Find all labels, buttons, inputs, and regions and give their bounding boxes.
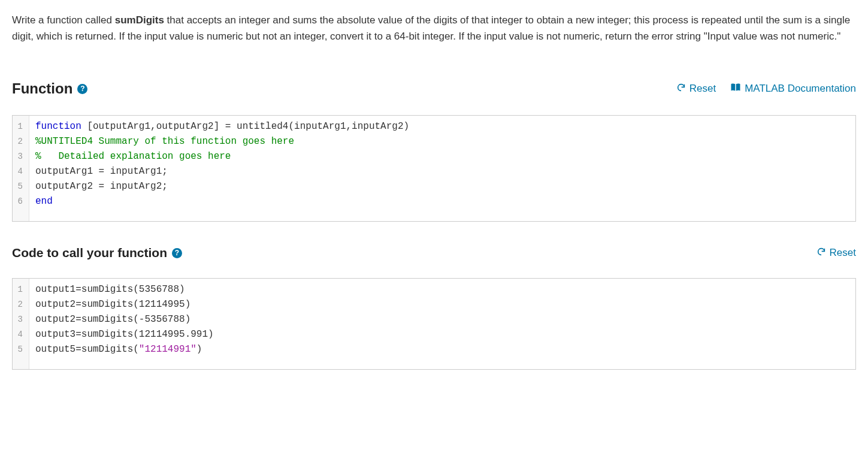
code-line: % Detailed explanation goes here bbox=[35, 149, 849, 164]
code-line: function [outputArg1,outputArg2] = untit… bbox=[35, 119, 849, 134]
call-code-editor[interactable]: 12345 output1=sumDigits(5356788)output2=… bbox=[12, 278, 856, 370]
code-line: outputArg2 = inputArg2; bbox=[35, 179, 849, 194]
call-gutter: 12345 bbox=[13, 279, 29, 369]
code-line: output3=sumDigits(12114995.991) bbox=[35, 327, 849, 342]
line-number: 2 bbox=[17, 134, 25, 149]
problem-fn-name: sumDigits bbox=[115, 14, 164, 26]
code-token: output3=sumDigits(12114995.991) bbox=[35, 329, 214, 340]
function-gutter: 123456 bbox=[13, 116, 29, 221]
line-number: 4 bbox=[17, 164, 25, 179]
code-token: %UNTITLED4 Summary of this function goes… bbox=[35, 136, 294, 147]
line-number: 6 bbox=[17, 194, 25, 209]
function-code-content[interactable]: function [outputArg1,outputArg2] = untit… bbox=[29, 116, 855, 221]
code-line: output2=sumDigits(-5356788) bbox=[35, 312, 849, 327]
problem-text-pre: Write a function called bbox=[12, 14, 115, 26]
code-token: output5=sumDigits( bbox=[35, 344, 139, 355]
code-token: % Detailed explanation goes here bbox=[35, 151, 231, 162]
line-number: 1 bbox=[17, 119, 25, 134]
line-number: 3 bbox=[17, 312, 25, 327]
function-code-editor[interactable]: 123456 function [outputArg1,outputArg2] … bbox=[12, 115, 856, 222]
reset-icon bbox=[676, 83, 686, 95]
call-code-content[interactable]: output1=sumDigits(5356788)output2=sumDig… bbox=[29, 279, 855, 369]
reset-label: Reset bbox=[689, 83, 716, 95]
function-actions: Reset MATLAB Documentation bbox=[676, 83, 856, 95]
problem-description: Write a function called sumDigits that a… bbox=[12, 12, 856, 44]
code-line: output1=sumDigits(5356788) bbox=[35, 282, 849, 297]
code-line: output5=sumDigits("12114991") bbox=[35, 342, 849, 357]
line-number: 1 bbox=[17, 282, 25, 297]
code-line: %UNTITLED4 Summary of this function goes… bbox=[35, 134, 849, 149]
code-token: outputArg1 = inputArg1; bbox=[35, 166, 168, 177]
code-token: outputArg2 = inputArg2; bbox=[35, 181, 168, 192]
code-token: ) bbox=[196, 344, 202, 355]
call-section-header: Code to call your function ? Reset bbox=[12, 246, 856, 260]
line-number: 4 bbox=[17, 327, 25, 342]
reset-button[interactable]: Reset bbox=[816, 247, 856, 259]
function-section-header: Function ? Reset MATLAB Documentation bbox=[12, 80, 856, 97]
call-title-group: Code to call your function ? bbox=[12, 246, 182, 260]
function-title: Function bbox=[12, 80, 72, 97]
call-title: Code to call your function bbox=[12, 246, 167, 260]
reset-button[interactable]: Reset bbox=[676, 83, 716, 95]
function-title-group: Function ? bbox=[12, 80, 87, 97]
line-number: 2 bbox=[17, 297, 25, 312]
help-icon[interactable]: ? bbox=[77, 84, 87, 94]
line-number: 5 bbox=[17, 342, 25, 357]
book-icon bbox=[730, 83, 741, 95]
code-token: output2=sumDigits(12114995) bbox=[35, 299, 190, 310]
line-number: 3 bbox=[17, 149, 25, 164]
code-line: end bbox=[35, 194, 849, 209]
reset-label: Reset bbox=[830, 247, 856, 259]
code-token: output1=sumDigits(5356788) bbox=[35, 284, 185, 295]
code-token: end bbox=[35, 196, 53, 207]
code-token: "12114991" bbox=[139, 344, 196, 355]
code-token: output2=sumDigits(-5356788) bbox=[35, 314, 190, 325]
code-line: outputArg1 = inputArg1; bbox=[35, 164, 849, 179]
code-token: [outputArg1,outputArg2] = untitled4(inpu… bbox=[81, 121, 409, 132]
doc-label: MATLAB Documentation bbox=[745, 83, 856, 95]
code-token: function bbox=[35, 121, 81, 132]
code-line: output2=sumDigits(12114995) bbox=[35, 297, 849, 312]
matlab-doc-link[interactable]: MATLAB Documentation bbox=[730, 83, 856, 95]
line-number: 5 bbox=[17, 179, 25, 194]
help-icon[interactable]: ? bbox=[172, 248, 182, 258]
reset-icon bbox=[816, 247, 826, 259]
call-actions: Reset bbox=[816, 247, 856, 259]
